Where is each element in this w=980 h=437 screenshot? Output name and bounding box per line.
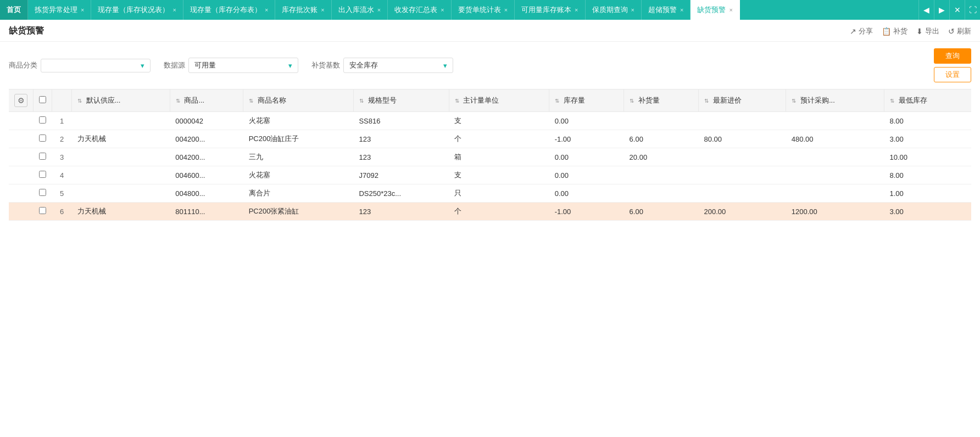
row-checkbox-cell <box>34 166 52 184</box>
row-settings-cell <box>9 184 34 203</box>
th-min-stock[interactable]: ⇅ 最低库存 <box>884 89 971 112</box>
action-buttons: 查询 设置 <box>934 48 971 82</box>
row-stock: -1.00 <box>549 130 624 148</box>
tab-expire[interactable]: 保质期查询 × <box>586 0 642 20</box>
category-value <box>47 61 114 70</box>
row-unit: 个 <box>449 203 549 221</box>
row-checkbox[interactable] <box>39 171 46 178</box>
tab-close-abnormal[interactable]: × <box>81 7 84 13</box>
tab-close-order[interactable]: × <box>504 7 508 13</box>
row-goods-code: 004800... <box>170 184 243 203</box>
row-latest-price <box>699 166 786 184</box>
refresh-icon: ↺ <box>948 27 955 36</box>
settings-button[interactable]: 设置 <box>934 67 971 82</box>
tab-close-batch[interactable]: × <box>321 7 324 13</box>
row-goods-name: PC200张紧油缸 <box>243 203 354 221</box>
latest-price-sort-icon: ⇅ <box>704 98 709 104</box>
row-checkbox[interactable] <box>39 153 46 160</box>
goods-name-sort-icon: ⇅ <box>249 98 253 104</box>
goods-code-sort-icon: ⇅ <box>176 98 180 104</box>
datasource-label: 数据源 <box>164 60 185 70</box>
row-replenish <box>624 166 699 184</box>
th-stock[interactable]: ⇅ 库存量 <box>549 89 624 112</box>
tab-flow[interactable]: 出入库流水 × <box>332 0 388 20</box>
tab-close-available[interactable]: × <box>575 7 578 13</box>
th-replenish[interactable]: ⇅ 补货量 <box>624 89 699 112</box>
tab-close-expire[interactable]: × <box>631 7 634 13</box>
table-row: 5 004800... 离合片 DS250*23c... 只 0.00 1.00 <box>9 184 971 203</box>
tab-expand-btn[interactable]: ⛶ <box>965 0 980 20</box>
row-latest-price <box>699 148 786 166</box>
row-checkbox[interactable] <box>39 135 46 142</box>
tab-collect[interactable]: 收发存汇总表 × <box>388 0 451 20</box>
refresh-button[interactable]: ↺ 刷新 <box>948 26 971 36</box>
replenish-base-select[interactable]: 安全库存 ▾ <box>343 58 453 73</box>
th-goods-code[interactable]: ⇅ 商品... <box>170 89 243 112</box>
row-est-purchase <box>786 112 884 130</box>
th-latest-price[interactable]: ⇅ 最新进价 <box>699 89 786 112</box>
tab-batch[interactable]: 库存批次账 × <box>275 0 331 20</box>
th-goods-name[interactable]: ⇅ 商品名称 <box>243 89 354 112</box>
tab-close-flow[interactable]: × <box>377 7 381 13</box>
tab-inventory1[interactable]: 现存量（库存状况表） × <box>91 0 183 20</box>
page-title: 缺货预警 <box>9 25 44 37</box>
row-checkbox-cell <box>34 130 52 148</box>
row-goods-code: 0000042 <box>170 112 243 130</box>
row-min-stock: 3.00 <box>884 130 971 148</box>
table-row: 2 力天机械 004200... PC200油缸庄子 123 个 -1.00 6… <box>9 130 971 148</box>
th-supplier[interactable]: ⇅ 默认供应... <box>72 89 170 112</box>
row-stock: 0.00 <box>549 166 624 184</box>
tab-close-inventory1[interactable]: × <box>172 7 176 13</box>
row-checkbox[interactable] <box>39 116 46 124</box>
tab-home[interactable]: 首页 <box>0 0 28 20</box>
replenish-button[interactable]: 📋 补货 <box>882 26 907 36</box>
table-row: 3 004200... 三九 123 箱 0.00 20.00 10.00 <box>9 148 971 166</box>
export-button[interactable]: ⬇ 导出 <box>916 26 939 36</box>
table-settings-icon[interactable]: ⚙ <box>14 94 27 107</box>
row-num: 6 <box>52 203 72 221</box>
row-goods-name: 火花塞 <box>243 166 354 184</box>
row-min-stock: 8.00 <box>884 112 971 130</box>
row-unit: 只 <box>449 184 549 203</box>
share-button[interactable]: ↗ 分享 <box>850 26 873 36</box>
th-checkbox <box>34 89 52 112</box>
category-select[interactable]: ▾ <box>41 59 151 72</box>
tab-abnormal[interactable]: 拣货异常处理 × <box>28 0 91 20</box>
row-checkbox[interactable] <box>39 189 46 196</box>
tab-prev-btn[interactable]: ◀ <box>918 0 934 20</box>
est-purchase-sort-icon: ⇅ <box>792 98 796 104</box>
tab-close-overstock[interactable]: × <box>680 7 683 13</box>
query-button[interactable]: 查询 <box>934 48 971 64</box>
tab-shortage[interactable]: 缺货预警 × <box>691 0 739 20</box>
row-min-stock: 1.00 <box>884 184 971 203</box>
row-checkbox[interactable] <box>39 207 46 214</box>
tab-available[interactable]: 可用量库存账本 × <box>515 0 585 20</box>
tab-close-btn[interactable]: ✕ <box>949 0 965 20</box>
tab-inventory2[interactable]: 现存量（库存分布表） × <box>183 0 275 20</box>
th-unit[interactable]: ⇅ 主计量单位 <box>449 89 549 112</box>
table-container: ⚙ ⇅ 默认供应... ⇅ 商品... ⇅ <box>0 89 980 221</box>
tab-overstock[interactable]: 超储预警 × <box>642 0 691 20</box>
row-latest-price: 80.00 <box>699 130 786 148</box>
select-all-checkbox[interactable] <box>39 96 46 103</box>
row-replenish: 6.00 <box>624 203 699 221</box>
row-unit: 箱 <box>449 148 549 166</box>
row-goods-code: 004200... <box>170 130 243 148</box>
tab-next-btn[interactable]: ▶ <box>934 0 949 20</box>
row-replenish <box>624 112 699 130</box>
data-table: ⚙ ⇅ 默认供应... ⇅ 商品... ⇅ <box>9 89 971 221</box>
row-spec: J7092 <box>353 166 449 184</box>
replenish-icon: 📋 <box>882 27 891 36</box>
tab-close-inventory2[interactable]: × <box>265 7 268 13</box>
supplier-sort-icon: ⇅ <box>77 98 82 104</box>
category-arrow-icon: ▾ <box>141 61 144 70</box>
tab-close-collect[interactable]: × <box>441 7 444 13</box>
row-est-purchase: 1200.00 <box>786 203 884 221</box>
row-supplier: 力天机械 <box>72 203 170 221</box>
tab-order[interactable]: 要货单统计表 × <box>452 0 515 20</box>
th-spec[interactable]: ⇅ 规格型号 <box>353 89 449 112</box>
datasource-select[interactable]: 可用量 ▾ <box>188 58 298 73</box>
tab-close-shortage[interactable]: × <box>729 7 732 13</box>
th-est-purchase[interactable]: ⇅ 预计采购... <box>786 89 884 112</box>
row-settings-cell <box>9 130 34 148</box>
